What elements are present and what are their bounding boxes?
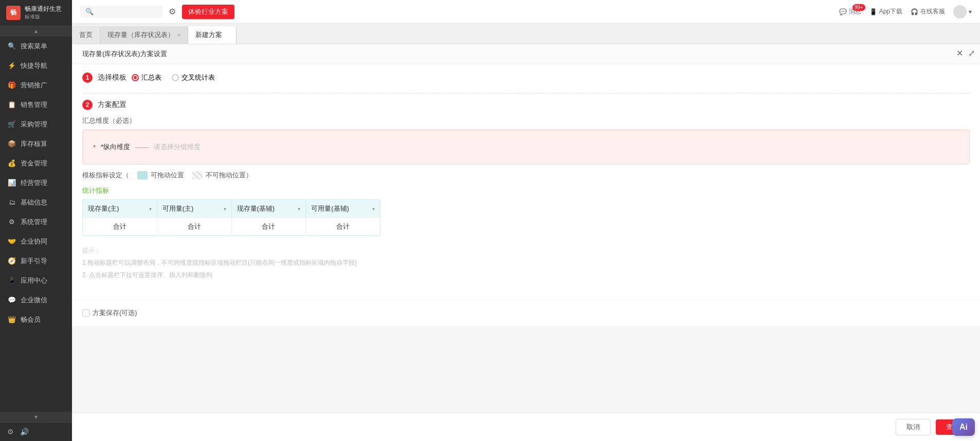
sidebar-item-basic-info[interactable]: 🗂基础信息 bbox=[0, 193, 72, 212]
user-menu[interactable]: ▾ bbox=[953, 5, 972, 19]
marketing-label: 营销推广 bbox=[21, 81, 47, 90]
step1-section: 1 选择模板 汇总表 交叉统计表 bbox=[82, 72, 970, 83]
tab-inventory-status[interactable]: 现存量（库存状况表） × bbox=[100, 26, 188, 44]
stats-cell-3: 合计 bbox=[306, 217, 380, 235]
sidebar: 畅 畅康通好生意 标准版 ▲ 🔍搜索菜单⚡快捷导航🎁营销推广📋销售管理🛒采购管理… bbox=[0, 0, 72, 441]
dimension-label: 汇总维度（必选） bbox=[82, 116, 970, 125]
save-label: 方案保存(可选) bbox=[93, 308, 137, 318]
marketing-icon: 🎁 bbox=[7, 81, 16, 90]
col-chevron-3[interactable]: ▾ bbox=[372, 206, 375, 212]
sidebar-footer: ⚙ 🔊 bbox=[0, 422, 72, 441]
message-btn[interactable]: 💬 消息 99+ bbox=[839, 7, 861, 16]
search-icon: 🔍 bbox=[85, 8, 94, 15]
avatar bbox=[953, 5, 967, 19]
quick-nav-icon: ⚡ bbox=[7, 61, 16, 70]
sidebar-item-search-menu[interactable]: 🔍搜索菜单 bbox=[0, 36, 72, 56]
settings-icon[interactable]: ⚙ bbox=[169, 7, 176, 16]
tips-title: 提示： bbox=[82, 247, 101, 254]
tab-new-scheme[interactable]: 新建方案 × bbox=[188, 26, 236, 44]
message-icon: 💬 bbox=[839, 8, 847, 15]
sidebar-item-quick-nav[interactable]: ⚡快捷导航 bbox=[0, 56, 72, 76]
sidebar-nav: 🔍搜索菜单⚡快捷导航🎁营销推广📋销售管理🛒采购管理📦库存核算💰资金管理📊经营管理… bbox=[0, 36, 72, 412]
tab-inventory-close[interactable]: × bbox=[177, 32, 180, 38]
save-checkbox[interactable]: 方案保存(可选) bbox=[82, 308, 137, 318]
ai-badge[interactable]: Ai bbox=[952, 418, 975, 436]
system-icon: ⚙ bbox=[7, 217, 16, 227]
sales-icon: 📋 bbox=[7, 100, 16, 109]
sidebar-item-guide[interactable]: 🧭新手引导 bbox=[0, 251, 72, 271]
non-draggable-indicator: 不可拖动位置） bbox=[192, 171, 252, 180]
member-icon: 👑 bbox=[7, 315, 16, 324]
purchase-label: 采购管理 bbox=[21, 120, 47, 129]
radio-summary-label: 汇总表 bbox=[141, 73, 161, 82]
tabbar: 首页 现存量（库存状况表） × 新建方案 × bbox=[72, 24, 980, 44]
basic-info-label: 基础信息 bbox=[21, 198, 47, 207]
search-box[interactable]: 🔍 bbox=[80, 6, 162, 17]
sidebar-item-member[interactable]: 👑畅会员 bbox=[0, 310, 72, 329]
template-radio-group: 汇总表 交叉统计表 bbox=[132, 73, 215, 82]
radio-summary[interactable]: 汇总表 bbox=[132, 73, 161, 82]
step2-header: 2 方案配置 bbox=[82, 100, 970, 110]
template-indicator-prefix: 模板指标设定（ bbox=[82, 171, 129, 180]
step2-title: 方案配置 bbox=[98, 100, 126, 109]
draggable-indicator: 可拖动位置 bbox=[137, 171, 184, 180]
sidebar-item-marketing[interactable]: 🎁营销推广 bbox=[0, 76, 72, 95]
stats-col-2[interactable]: 现存量(基辅)▾ bbox=[232, 200, 306, 217]
sidebar-item-app-center[interactable]: 📱应用中心 bbox=[0, 271, 72, 290]
sidebar-item-management[interactable]: 📊经营管理 bbox=[0, 173, 72, 193]
sidebar-item-purchase[interactable]: 🛒采购管理 bbox=[0, 115, 72, 134]
sidebar-item-wechat[interactable]: 💬企业微信 bbox=[0, 290, 72, 310]
stats-header: 现存量(主)▾可用量(主)▾现存量(基辅)▾可用量(基辅)▾ bbox=[83, 200, 380, 217]
col-chevron-1[interactable]: ▾ bbox=[224, 206, 226, 212]
tab-home[interactable]: 首页 bbox=[72, 26, 100, 44]
wechat-icon: 💬 bbox=[7, 296, 16, 305]
tab-new-close[interactable]: × bbox=[225, 32, 228, 38]
industry-btn[interactable]: 体验行业方案 bbox=[182, 5, 234, 19]
app-download-btn[interactable]: 📱 App下载 bbox=[869, 7, 902, 16]
col-chevron-0[interactable]: ▾ bbox=[149, 206, 152, 212]
col-label-2: 现存量(基辅) bbox=[237, 204, 275, 213]
settings-icon[interactable]: ⚙ bbox=[7, 428, 14, 436]
wechat-label: 企业微信 bbox=[21, 296, 47, 305]
template-indicator: 模板指标设定（ 可拖动位置 不可拖动位置） bbox=[82, 171, 970, 180]
content-wrapper: ✕ ⤢ 现存量(库存状况表)方案设置 1 选择模板 汇总表 bbox=[72, 44, 980, 412]
tab-new-label: 新建方案 bbox=[195, 30, 222, 40]
step1-title: 选择模板 bbox=[98, 73, 126, 82]
sidebar-item-system[interactable]: ⚙系统管理 bbox=[0, 212, 72, 232]
stats-label: 统计指标 bbox=[82, 186, 970, 195]
stats-cell-2: 合计 bbox=[232, 217, 306, 235]
non-draggable-box bbox=[192, 171, 203, 179]
stats-cell-0: 合计 bbox=[83, 217, 157, 235]
radio-cross[interactable]: 交叉统计表 bbox=[172, 73, 215, 82]
window-controls: ✕ ⤢ bbox=[956, 48, 975, 58]
message-badge: 99+ bbox=[852, 4, 865, 11]
stats-col-0[interactable]: 现存量(主)▾ bbox=[83, 200, 157, 217]
quick-nav-label: 快捷导航 bbox=[21, 61, 47, 70]
stats-col-1[interactable]: 可用量(主)▾ bbox=[157, 200, 232, 217]
sidebar-scroll-up[interactable]: ▲ bbox=[0, 26, 72, 36]
sidebar-item-sales[interactable]: 📋销售管理 bbox=[0, 95, 72, 115]
close-window-btn[interactable]: ✕ bbox=[956, 48, 963, 58]
cancel-button[interactable]: 取消 bbox=[896, 419, 931, 435]
sidebar-scroll-down[interactable]: ▼ bbox=[0, 412, 72, 422]
audio-icon[interactable]: 🔊 bbox=[20, 428, 29, 436]
app-icon: 📱 bbox=[869, 8, 877, 15]
sidebar-item-corp[interactable]: 🤝企业协同 bbox=[0, 232, 72, 251]
sidebar-item-finance[interactable]: 💰资金管理 bbox=[0, 154, 72, 173]
col-chevron-2[interactable]: ▾ bbox=[298, 206, 300, 212]
non-draggable-label: 不可拖动位置） bbox=[206, 171, 252, 180]
main: 🔍 ⚙ 体验行业方案 💬 消息 99+ 📱 App下载 🎧 在线客服 ▾ bbox=[72, 0, 980, 441]
service-btn[interactable]: 🎧 在线客服 bbox=[911, 7, 945, 16]
content: 现存量(库存状况表)方案设置 1 选择模板 汇总表 bbox=[72, 44, 980, 326]
step1-badge: 1 bbox=[82, 72, 93, 83]
radio-cross-label: 交叉统计表 bbox=[182, 73, 215, 82]
search-input[interactable] bbox=[97, 8, 148, 15]
member-label: 畅会员 bbox=[21, 315, 41, 324]
expand-window-btn[interactable]: ⤢ bbox=[968, 48, 975, 58]
checkbox-box bbox=[82, 309, 89, 317]
dimension-row: * *纵向维度 —— 请选择分组维度 bbox=[93, 142, 959, 152]
sidebar-brand: 畅 畅康通好生意 标准版 bbox=[0, 0, 72, 26]
stats-col-3[interactable]: 可用量(基辅)▾ bbox=[306, 200, 380, 217]
sidebar-item-inventory[interactable]: 📦库存核算 bbox=[0, 134, 72, 154]
draggable-box bbox=[137, 171, 148, 179]
